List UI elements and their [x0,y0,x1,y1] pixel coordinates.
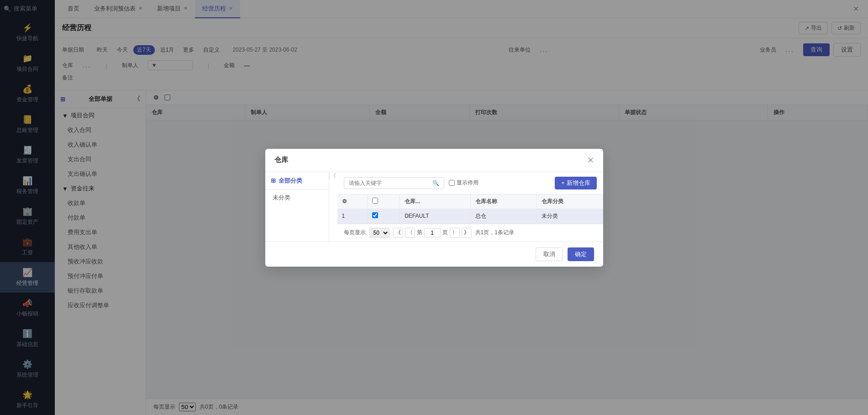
modal-category-panel: ⊞ 全部分类 未分类 [265,172,329,242]
row-settings: 1 [337,209,368,223]
row-code: DEFAULT [400,209,471,223]
show-disabled-label[interactable]: 显示停用 [449,179,479,187]
cancel-button[interactable]: 取消 [536,247,563,261]
modal-title: 仓库 [274,156,288,164]
add-icon: + [561,179,565,186]
col-settings: ⚙ [337,194,368,209]
modal-body: ⊞ 全部分类 未分类 《 🔍 [265,172,603,242]
modal-table-scroll: ⚙ 仓库... 仓库名称 仓库分类 1 DEFAULT [337,194,603,224]
modal-per-page-select[interactable]: 50 [369,228,389,238]
modal-total-text: 共1页，1条记录 [475,229,514,236]
add-label: 新增仓库 [567,179,590,187]
add-warehouse-button[interactable]: + 新增仓库 [555,177,597,189]
category-label: 全部分类 [279,177,302,185]
collapse-arrow-icon: 《 [331,172,336,180]
modal-uncategorized-item[interactable]: 未分类 [265,190,329,205]
first-page-btn[interactable]: 《 [393,228,403,238]
col-category: 仓库分类 [537,194,603,209]
modal-overlay: 仓库 ✕ ⊞ 全部分类 未分类 《 [0,0,868,415]
modal-header: 仓库 ✕ [265,149,603,172]
category-grid-icon: ⊞ [271,177,276,184]
select-all-checkbox[interactable] [372,198,378,204]
page-suffix: 页 [442,229,448,236]
row-checkbox[interactable] [367,209,400,223]
modal-panel-collapse[interactable]: 《 [329,172,337,180]
show-disabled-text: 显示停用 [457,179,479,187]
modal-table: ⚙ 仓库... 仓库名称 仓库分类 1 DEFAULT [337,194,603,224]
next-page-btn[interactable]: 〉 [450,228,460,238]
row-name: 总仓 [471,209,537,223]
modal-right-panel: 🔍 显示停用 + 新增仓库 ⚙ [337,172,603,242]
col-code: 仓库... [400,194,471,209]
modal-category-header: ⊞ 全部分类 [265,172,329,190]
modal-page-nav: 《 〈 第 页 〉 》 [393,228,472,238]
show-disabled-checkbox[interactable] [449,180,455,186]
last-page-btn[interactable]: 》 [462,228,472,238]
page-label: 第 [417,229,422,236]
modal-toolbar: 🔍 显示停用 + 新增仓库 [337,172,603,194]
uncategorized-label: 未分类 [273,194,290,201]
modal-close-button[interactable]: ✕ [587,155,594,165]
col-checkbox [367,194,400,209]
current-page-input[interactable] [424,228,441,237]
prev-page-btn[interactable]: 〈 [405,228,415,238]
modal-actions: 取消 确定 [265,242,603,267]
search-icon[interactable]: 🔍 [432,180,439,186]
confirm-button[interactable]: 确定 [568,247,594,261]
warehouse-modal: 仓库 ✕ ⊞ 全部分类 未分类 《 [265,149,603,267]
col-name: 仓库名称 [471,194,537,209]
modal-search-box[interactable]: 🔍 [344,177,444,189]
row-category: 未分类 [537,209,603,223]
modal-search-input[interactable] [349,180,430,186]
modal-footer-bar: 每页显示 50 《 〈 第 页 〉 》 共1页，1条记录 [337,224,603,242]
modal-per-page-label: 每页显示 [344,229,366,236]
table-row[interactable]: 1 DEFAULT 总仓 未分类 [337,209,603,223]
